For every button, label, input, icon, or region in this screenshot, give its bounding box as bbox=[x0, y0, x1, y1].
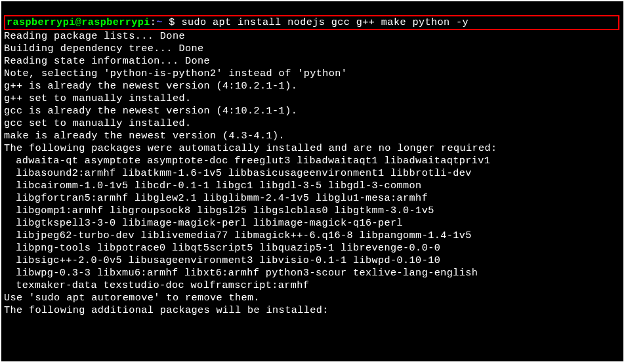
package-line: adwaita-qt asymptote asymptote-doc freeg… bbox=[4, 155, 621, 167]
output-line: The following packages were automaticall… bbox=[4, 142, 497, 154]
terminal-window[interactable]: raspberrypi@raspberrypi:~ $ sudo apt ins… bbox=[1, 1, 623, 361]
package-line: libcairomm-1.0-1v5 libcdr-0.1-1 libgc1 l… bbox=[4, 180, 621, 192]
output-line: g++ set to manually installed. bbox=[4, 92, 191, 104]
output-line: make is already the newest version (4.3-… bbox=[4, 130, 285, 142]
package-line: libsigc++-2.0-0v5 libusageenvironment3 l… bbox=[4, 254, 621, 267]
package-line: libgomp1:armhf libgroupsock8 libgsl25 li… bbox=[4, 205, 621, 217]
prompt-line: raspberrypi@raspberrypi:~ $ sudo apt ins… bbox=[4, 15, 619, 30]
package-line: libjpeg62-turbo-dev liblivemedia77 libma… bbox=[4, 230, 621, 242]
output-line: Reading package lists... Done bbox=[4, 30, 185, 42]
package-line: libasound2:armhf libatkmm-1.6-1v5 libbas… bbox=[4, 167, 621, 180]
command-input[interactable]: sudo apt install nodejs gcc g++ make pyt… bbox=[181, 16, 469, 28]
output-line: Reading state information... Done bbox=[4, 55, 210, 67]
output-line: Use 'sudo apt autoremove' to remove them… bbox=[4, 292, 260, 304]
output-line: gcc set to manually installed. bbox=[4, 117, 191, 129]
package-line: libwpg-0.3-3 libxmu6:armhf libxt6:armhf … bbox=[4, 267, 621, 279]
output-line: Note, selecting 'python-is-python2' inst… bbox=[4, 68, 347, 79]
output-line: g++ is already the newest version (4:10.… bbox=[4, 80, 297, 92]
prompt-path: ~ bbox=[156, 16, 163, 28]
package-line: libgtkspell3-3-0 libimage-magick-perl li… bbox=[4, 217, 621, 230]
prompt-dollar: $ bbox=[163, 16, 182, 28]
output-line: Building dependency tree... Done bbox=[4, 43, 203, 54]
package-line: libgfortran5:armhf libglew2.1 libglibmm-… bbox=[4, 192, 621, 205]
output-line: The following additional packages will b… bbox=[4, 304, 329, 316]
prompt-colon: : bbox=[150, 16, 157, 28]
prompt-user-host: raspberrypi@raspberrypi bbox=[7, 16, 150, 28]
package-line: libpng-tools libpotrace0 libqt5script5 l… bbox=[4, 242, 621, 254]
package-line: texmaker-data texstudio-doc wolframscrip… bbox=[4, 279, 621, 292]
output-line: gcc is already the newest version (4:10.… bbox=[4, 105, 297, 117]
